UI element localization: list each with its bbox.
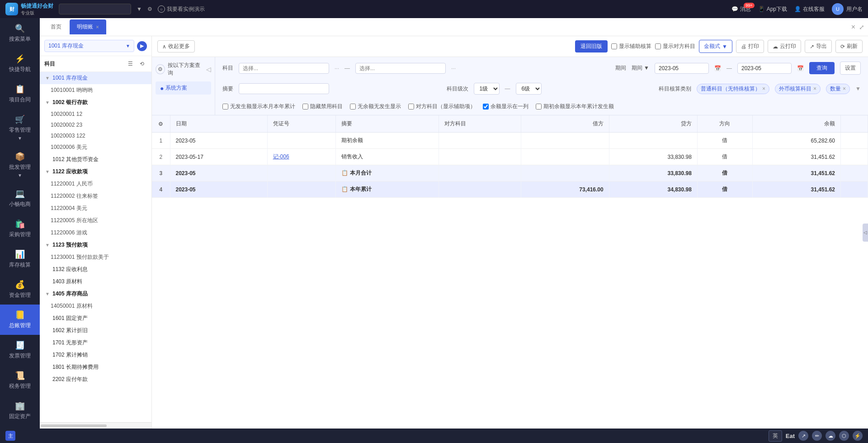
tree-node-11230001[interactable]: 11230001 预付款款美于 (40, 251, 151, 263)
tab-home[interactable]: 首页 (43, 19, 69, 34)
period-start-input[interactable] (655, 63, 709, 74)
online-service-btn[interactable]: 👤 在线客服 (794, 5, 825, 13)
window-maximize-icon[interactable]: ⤢ (859, 24, 864, 31)
category-tag-2-close[interactable]: × (813, 86, 816, 92)
tree-node-11220006[interactable]: 11220006 游戏 (40, 227, 151, 239)
sidebar-item-wholesale[interactable]: 📦 批发管理 ▼ (0, 146, 40, 183)
checkbox-hide-disabled[interactable]: 隐藏禁用科目 (302, 103, 343, 110)
tree-node-1403[interactable]: 1403 原材料 (40, 276, 151, 288)
settings-icon[interactable]: ⚙ (147, 6, 152, 12)
system-scheme-btn[interactable]: ● 系统方案 (156, 81, 211, 95)
tree-node-1801[interactable]: 1801 长期待摊费用 (40, 361, 151, 373)
sidebar-item-retail[interactable]: 🛒 零售管理 ▼ (0, 109, 40, 146)
sidebar-item-quicknav[interactable]: ⚡ 快捷导航 (0, 48, 40, 79)
col-settings[interactable]: ⚙ (152, 115, 170, 133)
tree-filter-icon[interactable]: ⟲ (137, 59, 147, 69)
search-input[interactable] (59, 4, 131, 14)
tree-node-11220005[interactable]: 11220005 所在地区 (40, 214, 151, 227)
tab-close-icon[interactable]: × (96, 24, 99, 30)
summary-input[interactable] (239, 83, 329, 94)
category-tag-1-close[interactable]: × (762, 86, 765, 92)
tree-node-1602[interactable]: 1602 累计折旧 (40, 324, 151, 337)
checkbox-hide-disabled-input[interactable] (302, 104, 308, 110)
tree-node-1701[interactable]: 1701 无形资产 (40, 337, 151, 349)
tree-node-10010001[interactable]: 10010001 哟哟哟 (40, 84, 151, 96)
tree-node-10020002[interactable]: 10020002 23 (40, 119, 151, 130)
tree-node-1132[interactable]: 1132 应收利息 (40, 263, 151, 276)
checkbox-no-activity-input[interactable] (222, 104, 228, 110)
level-to-select[interactable]: 6级 (516, 83, 542, 95)
opposite-checkbox-input[interactable] (655, 43, 661, 49)
subject-input[interactable] (239, 63, 329, 74)
period-end-input[interactable] (737, 63, 792, 74)
return-old-btn[interactable]: 退回旧版 (575, 40, 608, 52)
tree-node-11220001[interactable]: 11220001 人民币 (40, 178, 151, 190)
category-tag-3-close[interactable]: × (843, 86, 846, 92)
tree-node-1001[interactable]: ▼ 1001 库存现金 (40, 72, 151, 84)
tree-layout-icon[interactable]: ☰ (125, 59, 135, 69)
tree-node-1601[interactable]: 1601 固定资产 (40, 312, 151, 324)
window-close-icon[interactable]: × (851, 23, 855, 31)
checkbox-year-begin[interactable]: 期初余额显示本年累计发生额 (536, 103, 614, 110)
sidebar-item-tax[interactable]: 📜 税务管理 (0, 365, 40, 395)
tree-node-1405[interactable]: ▼ 1405 库存商品 (40, 288, 151, 300)
refresh-btn[interactable]: ⟳ 刷新 (835, 40, 863, 53)
status-icon-4[interactable]: ⬡ (839, 431, 849, 441)
sidebar-item-capital[interactable]: 💰 资金管理 (0, 274, 40, 305)
query-settings-btn[interactable]: 设置 (840, 62, 861, 75)
query-collapse-icon[interactable]: ◁ (206, 66, 211, 73)
sidebar-item-purchase[interactable]: 🛍️ 采购管理 (0, 214, 40, 244)
level-from-select[interactable]: 1级 (474, 83, 500, 95)
tree-node-1122[interactable]: ▼ 1122 应收款项 (40, 166, 151, 178)
dropdown-icon[interactable]: ▼ (137, 6, 142, 12)
status-icon-2[interactable]: ✏ (812, 431, 822, 441)
sidebar-item-invoice[interactable]: 🧾 发票管理 (0, 335, 40, 365)
style-btn[interactable]: 金额式 ▼ (699, 40, 732, 53)
checkbox-balance-one-col-input[interactable] (483, 104, 489, 110)
lang-btn[interactable]: 英 (769, 430, 782, 442)
auxiliary-checkbox-input[interactable] (611, 43, 617, 49)
tree-node-14050001[interactable]: 14050001 原材料 (40, 300, 151, 312)
query-gear-icon[interactable]: ⚙ (156, 64, 165, 74)
tree-node-1702[interactable]: 1702 累计摊销 (40, 349, 151, 361)
tree-node-11220004[interactable]: 11220004 美元 (40, 202, 151, 214)
tree-node-2202[interactable]: 2202 应付年款 (40, 373, 151, 386)
demo-btn[interactable]: ○ 我要看实例演示 (158, 5, 205, 13)
bottom-main-btn[interactable]: 主 (5, 431, 15, 441)
tree-node-1002[interactable]: ▼ 1002 银行存款 (40, 96, 151, 109)
nav-next-btn[interactable]: ▶ (137, 41, 147, 51)
checkbox-no-balance[interactable]: 无余额无发生显示 (350, 103, 401, 110)
voucher-link[interactable]: 记-006 (273, 153, 289, 160)
sidebar-item-xiaochang[interactable]: 💻 小畅电商 (0, 183, 40, 214)
status-icon-3[interactable]: ☁ (826, 431, 835, 441)
sidebar-item-accounting[interactable]: 📒 总账管理 (0, 305, 40, 335)
category-dropdown-icon[interactable]: ▼ (855, 86, 861, 92)
print-btn[interactable]: 🖨 打印 (736, 40, 764, 53)
calendar-icon-end[interactable]: 📅 (797, 65, 804, 71)
tree-node-10020003[interactable]: 10020003 122 (40, 130, 151, 141)
account-selector[interactable]: 1001 库存现金 ▼ (44, 40, 134, 52)
subject-input-2[interactable] (355, 63, 446, 74)
checkbox-show-opposite[interactable]: 对方科目（显示辅助项） (408, 103, 476, 110)
sidebar-item-assets[interactable]: 🏢 固定资产 (0, 395, 40, 426)
user-menu[interactable]: U 用户名 (832, 3, 863, 15)
period-type[interactable]: 期间 ▼ (632, 64, 649, 72)
app-download-btn[interactable]: 📱 App下载 (758, 5, 787, 13)
message-btn[interactable]: 💬 消息 99+ (731, 5, 751, 13)
tree-scrollbar[interactable] (40, 422, 151, 429)
tree-node-1012[interactable]: 1012 其他货币资金 (40, 153, 151, 166)
checkbox-year-begin-input[interactable] (536, 104, 542, 110)
tree-node-10020001[interactable]: 10020001 12 (40, 109, 151, 119)
export-btn[interactable]: ↗ 导出 (805, 40, 832, 53)
checkbox-no-balance-input[interactable] (350, 104, 356, 110)
calendar-icon-start[interactable]: 📅 (714, 65, 721, 71)
more-btn[interactable]: ∧ 收起更多 (157, 40, 195, 52)
sidebar-item-search[interactable]: 🔍 搜索菜单 (0, 18, 40, 48)
query-btn[interactable]: 查询 (809, 62, 835, 74)
status-icon-5[interactable]: ⚡ (853, 431, 863, 441)
cloud-print-btn[interactable]: ☁ 云打印 (768, 40, 801, 53)
tree-node-11220002[interactable]: 11220002 往来标签 (40, 190, 151, 202)
sidebar-item-inventory[interactable]: 📊 库存核算 (0, 244, 40, 274)
status-icon-1[interactable]: ↗ (798, 431, 808, 441)
tree-node-10020006[interactable]: 10020006 美元 (40, 141, 151, 153)
